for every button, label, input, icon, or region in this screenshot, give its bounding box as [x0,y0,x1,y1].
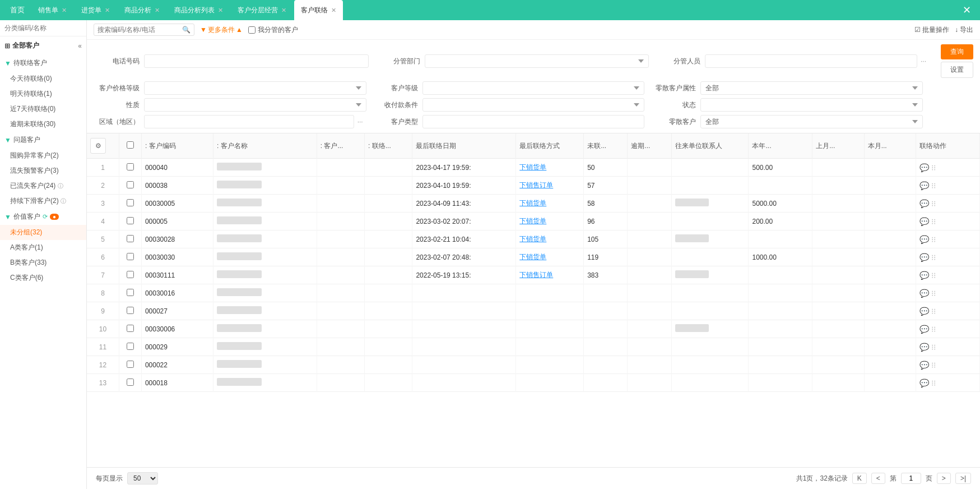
sidebar-item-declining[interactable]: 持续下滑客户(2) ⓘ [0,193,86,209]
nav-home[interactable]: 首页 [4,0,30,20]
sidebar-group-problem[interactable]: ▼ 问题客户 [0,132,86,148]
method-link[interactable]: 下销售订单 [519,271,553,279]
sidebar-search-box[interactable]: 🔍 [0,20,86,36]
chat-icon[interactable]: 💬 [919,253,929,262]
window-close-button[interactable]: ✕ [958,4,976,16]
more-action-icon[interactable]: ⁝⁝ [931,253,936,262]
close-product-list-icon[interactable]: ✕ [218,7,223,14]
more-action-icon[interactable]: ⁝⁝ [931,289,936,298]
chat-icon[interactable]: 💬 [919,181,929,190]
collapse-icon[interactable]: « [78,42,82,50]
close-sale-icon[interactable]: ✕ [62,7,67,14]
row-checkbox[interactable] [127,253,134,260]
region-input[interactable] [144,115,354,128]
close-customer-segment-icon[interactable]: ✕ [281,7,286,14]
person-input[interactable] [705,54,917,68]
more-conditions-button[interactable]: ▼ 更多条件 ▲ [200,25,243,35]
filter-search-input[interactable] [97,26,182,34]
method-link[interactable]: 下销售订单 [519,181,553,189]
sidebar-item-churned[interactable]: 已流失客户(24) ⓘ [0,178,86,193]
first-page-button[interactable]: K [852,473,867,484]
method-link[interactable]: 下销货单 [519,253,546,261]
sidebar-item-class-b[interactable]: B类客户(33) [0,255,86,270]
row-checkbox[interactable] [127,163,134,170]
tab-sale[interactable]: 销售单 ✕ [31,0,73,20]
person-dots-icon[interactable]: ··· [917,57,930,65]
more-action-icon[interactable]: ⁝⁝ [931,235,936,244]
select-all-checkbox[interactable] [127,141,134,149]
refresh-icon[interactable]: ⟳ [43,213,48,220]
my-customers-checkbox-area[interactable]: 我分管的客户 [248,25,298,35]
row-checkbox[interactable] [127,217,134,224]
chat-icon[interactable]: 💬 [919,379,929,387]
header-checkbox[interactable] [119,133,142,159]
row-checkbox[interactable] [127,289,134,296]
more-action-icon[interactable]: ⁝⁝ [931,163,936,172]
method-link[interactable]: 下销货单 [519,163,546,171]
more-action-icon[interactable]: ⁝⁝ [931,343,936,352]
row-checkbox[interactable] [127,361,134,368]
sidebar-group-value[interactable]: ▼ 价值客户 ⟳ ● [0,209,86,225]
row-checkbox[interactable] [127,271,134,278]
tab-customer-contact[interactable]: 客户联络 ✕ [294,0,343,20]
sidebar-item-overdue[interactable]: 逾期未联络(30) [0,117,86,132]
customer-level-select[interactable] [422,81,645,95]
row-checkbox[interactable] [127,343,134,350]
more-action-icon[interactable]: ⁝⁝ [931,181,936,190]
chat-icon[interactable]: 💬 [919,217,929,226]
chat-icon[interactable]: 💬 [919,199,929,208]
sidebar-item-class-a[interactable]: A类客户(1) [0,240,86,255]
tab-product-analysis[interactable]: 商品分析 ✕ [118,0,166,20]
reset-button[interactable]: 设置 [941,62,973,78]
row-checkbox[interactable] [127,379,134,386]
search-button[interactable]: 查询 [941,44,973,59]
page-number-input[interactable] [901,473,921,484]
close-product-analysis-icon[interactable]: ✕ [155,7,160,14]
sidebar-item-hoard-abnormal[interactable]: 囤购异常客户(2) [0,148,86,163]
chat-icon[interactable]: 💬 [919,307,929,316]
prev-page-button[interactable]: < [871,473,885,484]
chat-icon[interactable]: 💬 [919,289,929,298]
sidebar-item-ungrouped[interactable]: 未分组(32) [0,225,86,240]
sidebar-item-churn-warning[interactable]: 流失预警客户(3) [0,163,86,178]
retail-customer-select[interactable]: 全部 [700,115,923,128]
sidebar-item-tomorrow[interactable]: 明天待联络(1) [0,86,86,102]
batch-ops-button[interactable]: ☑ 批量操作 [914,25,949,35]
row-checkbox[interactable] [127,199,134,206]
last-page-button[interactable]: >| [955,473,971,484]
next-page-button[interactable]: > [937,473,951,484]
row-checkbox[interactable] [127,307,134,314]
export-button[interactable]: ↓ 导出 [955,25,973,35]
sidebar-item-today[interactable]: 今天待联络(0) [0,71,86,86]
close-customer-contact-icon[interactable]: ✕ [331,7,336,14]
more-action-icon[interactable]: ⁝⁝ [931,307,936,316]
retail-attr-select[interactable]: 全部 [700,81,923,95]
page-size-select[interactable]: 20 50 100 [127,472,158,485]
filter-search-box[interactable]: 🔍 [94,24,194,36]
payment-select[interactable] [422,98,645,112]
more-action-icon[interactable]: ⁝⁝ [931,271,936,280]
tab-purchase[interactable]: 进货单 ✕ [75,0,117,20]
tab-product-list[interactable]: 商品分析列表 ✕ [168,0,230,20]
row-checkbox[interactable] [127,325,134,332]
more-action-icon[interactable]: ⁝⁝ [931,379,936,387]
row-checkbox[interactable] [127,181,134,188]
phone-input[interactable] [144,54,369,68]
my-customers-checkbox[interactable] [248,26,256,34]
chat-icon[interactable]: 💬 [919,163,929,172]
sidebar-group-pending[interactable]: ▼ 待联络客户 [0,55,86,71]
close-purchase-icon[interactable]: ✕ [105,7,110,14]
dept-select[interactable] [425,54,649,68]
price-level-select[interactable] [144,81,366,95]
customer-type-input[interactable] [422,115,645,128]
sidebar-all-customers[interactable]: ⊞ 全部客户 « [0,36,86,55]
chat-icon[interactable]: 💬 [919,343,929,352]
chat-icon[interactable]: 💬 [919,271,929,280]
more-action-icon[interactable]: ⁝⁝ [931,325,936,334]
status-select[interactable] [700,98,923,112]
method-link[interactable]: 下销货单 [519,217,546,225]
sidebar-item-7days[interactable]: 近7天待联络(0) [0,102,86,117]
chat-icon[interactable]: 💬 [919,361,929,370]
sidebar-item-class-c[interactable]: C类客户(6) [0,270,86,285]
more-action-icon[interactable]: ⁝⁝ [931,361,936,370]
